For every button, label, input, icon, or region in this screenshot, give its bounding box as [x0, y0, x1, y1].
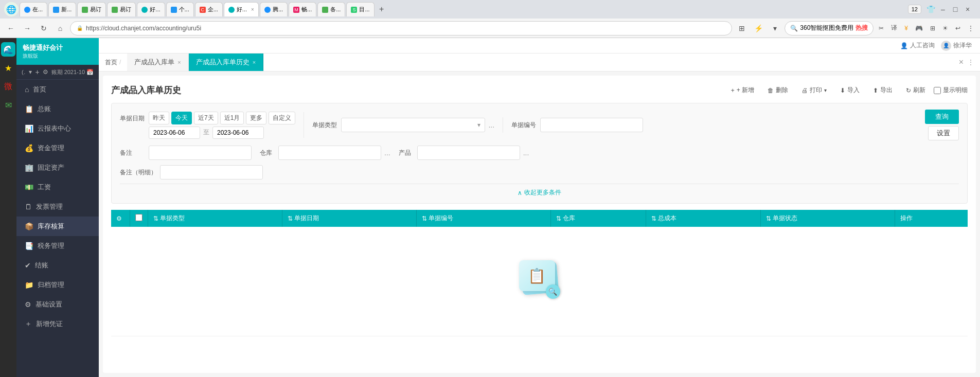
- sidebar-item-ledger[interactable]: 📋 总账: [16, 99, 99, 119]
- number-input[interactable]: [540, 118, 643, 132]
- sidebar-item-inventory[interactable]: 📦 库存核算: [16, 217, 99, 236]
- extensions-button[interactable]: ⊞: [735, 22, 749, 35]
- col-status-sort-icon[interactable]: ⇅: [766, 215, 771, 222]
- display-checkbox[interactable]: [934, 87, 941, 94]
- tab-panel-close-icon[interactable]: ×: [959, 58, 964, 67]
- close-button[interactable]: ×: [964, 5, 972, 13]
- type-more-icon[interactable]: ...: [488, 121, 494, 129]
- sidebar-item-fixed[interactable]: 🏢 固定资产: [16, 158, 99, 177]
- user-button[interactable]: 👤 徐泽华: [941, 41, 972, 51]
- date-1month-button[interactable]: 近1月: [220, 112, 244, 124]
- tab-12[interactable]: S 目...: [346, 2, 374, 16]
- home-button[interactable]: ⌂: [54, 22, 67, 35]
- product-more-icon[interactable]: ...: [523, 149, 529, 157]
- col-number-sort-icon[interactable]: ⇅: [422, 215, 427, 222]
- refresh-button[interactable]: ↻ 刷新: [901, 84, 931, 97]
- theme-icon[interactable]: ☀: [940, 24, 950, 33]
- collapse-button[interactable]: ∧ 收起更多条件: [518, 188, 561, 197]
- service-button[interactable]: 👤 人工咨询: [900, 41, 935, 50]
- sidebar-item-settings[interactable]: ⚙ 基础设置: [16, 295, 99, 314]
- export-button[interactable]: ⬆ 导出: [868, 84, 898, 97]
- icon-bar-home[interactable]: 🌊: [1, 42, 15, 57]
- tab-history-close-icon[interactable]: ×: [253, 59, 256, 65]
- add-account-icon[interactable]: +: [35, 68, 39, 76]
- icon-bar-weibo[interactable]: 微: [1, 79, 15, 94]
- tab-7[interactable]: C 企...: [195, 2, 223, 16]
- tab-8-close-icon[interactable]: ×: [251, 7, 254, 12]
- warehouse-more-icon[interactable]: ...: [384, 149, 390, 157]
- dropdown-button[interactable]: ▾: [768, 22, 781, 35]
- query-button[interactable]: 查询: [925, 110, 959, 124]
- settings-button[interactable]: 设置: [928, 126, 959, 140]
- import-button[interactable]: ⬇ 导入: [835, 84, 865, 97]
- icon-bar-star[interactable]: ★: [1, 61, 15, 75]
- tab-3[interactable]: 易订: [77, 2, 106, 16]
- tab-history[interactable]: 产成品入库单历史 ×: [189, 53, 263, 71]
- back-button[interactable]: ←: [4, 22, 17, 35]
- tab-6[interactable]: 个...: [166, 2, 194, 16]
- tab-11[interactable]: 各...: [317, 2, 345, 16]
- col-type-sort-icon[interactable]: ⇅: [153, 215, 158, 222]
- account-dropdown-icon[interactable]: ▾: [29, 68, 32, 76]
- calendar-icon[interactable]: 📅: [86, 69, 94, 76]
- date-7days-button[interactable]: 近7天: [194, 112, 218, 124]
- scissors-icon[interactable]: ✂: [877, 24, 886, 33]
- settings-icon[interactable]: ⚙: [43, 68, 48, 76]
- tab-1[interactable]: 在...: [20, 2, 47, 16]
- sidebar-item-newbill[interactable]: ＋ 新增凭证: [16, 314, 99, 334]
- minimize-button[interactable]: –: [939, 5, 947, 13]
- tab-5[interactable]: 好...: [137, 2, 165, 16]
- tab-8[interactable]: 好... ×: [224, 2, 259, 16]
- tab-9[interactable]: 腾...: [260, 2, 288, 16]
- restore-button[interactable]: □: [951, 5, 959, 13]
- sidebar-item-tax[interactable]: 📑 税务管理: [16, 236, 99, 256]
- game-icon[interactable]: 🎮: [913, 24, 925, 33]
- col-warehouse-sort-icon[interactable]: ⇅: [556, 215, 561, 222]
- browser-app-icon[interactable]: 🌐: [4, 2, 19, 16]
- forward-button[interactable]: →: [21, 22, 34, 35]
- detail-note-input[interactable]: [160, 165, 263, 179]
- sidebar-item-home[interactable]: ⌂ 首页: [16, 80, 99, 99]
- refresh-button[interactable]: ↻: [37, 22, 50, 35]
- sidebar-item-invoice[interactable]: 🗒 发票管理: [16, 197, 99, 217]
- more-icon[interactable]: ⋮: [966, 24, 976, 33]
- sidebar-item-checkout[interactable]: ✔ 结账: [16, 256, 99, 275]
- sidebar-item-report[interactable]: 📊 云报表中心: [16, 119, 99, 138]
- icon-bar-mail[interactable]: ✉: [1, 98, 15, 112]
- col-date-sort-icon[interactable]: ⇅: [288, 215, 293, 222]
- lightning-button[interactable]: ⚡: [752, 22, 765, 35]
- tab-2[interactable]: 新...: [48, 2, 76, 16]
- date-yesterday-button[interactable]: 昨天: [149, 112, 169, 124]
- sidebar-item-salary[interactable]: 💵 工资: [16, 177, 99, 197]
- gear-col-icon[interactable]: ⚙: [116, 215, 122, 222]
- tab-10[interactable]: M 畅...: [289, 2, 316, 16]
- print-button[interactable]: 🖨 打印 ▾: [796, 84, 832, 97]
- shirt-icon[interactable]: 👕: [926, 5, 935, 13]
- search-bar[interactable]: 🔍 360智能抠图免费用 热搜: [785, 21, 874, 35]
- date-start-input[interactable]: [149, 127, 200, 139]
- tab-list[interactable]: 产成品入库单 ×: [127, 53, 188, 71]
- sidebar-item-archive[interactable]: 📁 归档管理: [16, 275, 99, 295]
- col-total-sort-icon[interactable]: ⇅: [651, 215, 656, 222]
- date-end-input[interactable]: [212, 127, 264, 139]
- address-input[interactable]: 🔒 https://cloud.chanjet.com/accounting/u…: [70, 21, 732, 35]
- translate-icon[interactable]: 译: [889, 23, 899, 33]
- product-input[interactable]: [417, 146, 520, 160]
- back2-icon[interactable]: ↩: [953, 24, 963, 33]
- date-custom-button[interactable]: 自定义: [269, 112, 295, 124]
- tab-panel-more-icon[interactable]: ⋮: [968, 59, 974, 66]
- tab-list-close-icon[interactable]: ×: [177, 59, 181, 65]
- tab-4[interactable]: 易订: [107, 2, 136, 16]
- date-more-button[interactable]: 更多: [246, 112, 266, 124]
- grid-icon[interactable]: ⊞: [928, 24, 937, 33]
- type-select[interactable]: ▾: [341, 118, 485, 132]
- warehouse-input[interactable]: [278, 146, 381, 160]
- select-all-checkbox[interactable]: [135, 214, 142, 221]
- delete-button[interactable]: 🗑 删除: [762, 84, 793, 97]
- sidebar-item-fund[interactable]: 💰 资金管理: [16, 138, 99, 158]
- breadcrumb-home[interactable]: 首页: [105, 58, 117, 67]
- date-today-button[interactable]: 今天: [171, 112, 192, 124]
- add-button[interactable]: + + 新增: [726, 84, 759, 97]
- display-toggle[interactable]: 显示明细: [934, 86, 968, 95]
- note-input[interactable]: [149, 146, 252, 160]
